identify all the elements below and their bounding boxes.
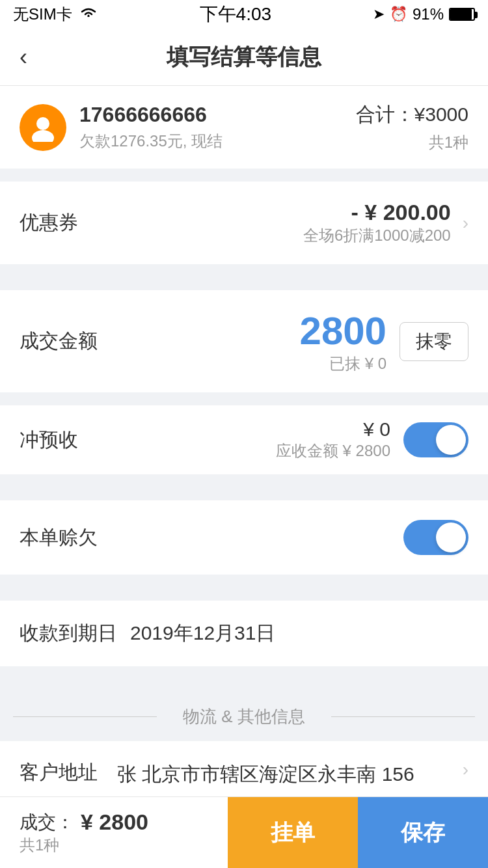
- customer-debt: 欠款1276.35元, 现结: [79, 131, 223, 152]
- debt-toggle[interactable]: [403, 520, 468, 555]
- coupon-label: 优惠券: [20, 210, 78, 236]
- divider-3: [0, 588, 488, 601]
- alarm-icon: ⏰: [390, 6, 407, 23]
- bottom-amount: ¥ 2800: [81, 809, 148, 835]
- status-bar: 无SIM卡 下午4:03 ➤ ⏰ 91%: [0, 0, 488, 29]
- coupon-row[interactable]: 优惠券 - ¥ 200.00 全场6折满1000减200 ›: [0, 182, 488, 264]
- prepay-row: 冲预收 ¥ 0 应收金额 ¥ 2800: [0, 405, 488, 474]
- bottom-prefix: 成交：: [20, 810, 74, 835]
- due-date-row: 收款到期日 2019年12月31日: [0, 601, 488, 666]
- svg-point-1: [32, 130, 54, 142]
- nav-bar: ‹ 填写结算等信息: [0, 29, 488, 86]
- address-label: 客户地址: [20, 759, 98, 786]
- status-left: 无SIM卡: [13, 4, 98, 25]
- logistics-line-left: [13, 716, 157, 717]
- toggle-knob: [436, 425, 466, 455]
- address-chevron-icon: ›: [463, 759, 468, 780]
- coupon-discount: - ¥ 200.00: [303, 200, 451, 225]
- status-right: ➤ ⏰ 91%: [373, 5, 475, 23]
- customer-phone: 17666666666: [79, 103, 223, 127]
- divider-1: [0, 277, 488, 290]
- bottom-summary: 成交： ¥ 2800 共1种: [0, 809, 228, 856]
- prepay-amount-wrap: ¥ 0 应收金额 ¥ 2800: [276, 418, 390, 461]
- total-count: 共1种: [356, 132, 468, 153]
- logistics-label: 物流 & 其他信息: [183, 705, 305, 728]
- battery-percent: 91%: [413, 5, 444, 23]
- avatar: [20, 104, 66, 151]
- round-button[interactable]: 抹零: [400, 322, 468, 361]
- page-title: 填写结算等信息: [167, 42, 321, 72]
- debt-toggle-knob: [436, 522, 466, 552]
- wifi-icon: [79, 5, 98, 23]
- bottom-amount-wrap: 成交： ¥ 2800: [20, 809, 208, 835]
- divider-2: [0, 487, 488, 500]
- prepay-section: 冲预收 ¥ 0 应收金额 ¥ 2800: [0, 405, 488, 474]
- deal-amount-wrap: 2800 已抹 ¥ 0: [300, 308, 386, 374]
- deal-section: 成交金额 2800 已抹 ¥ 0 抹零: [0, 290, 488, 392]
- coupon-desc: 全场6折满1000减200: [303, 225, 451, 246]
- logistics-line-right: [331, 716, 475, 717]
- due-label: 收款到期日: [20, 620, 117, 647]
- customer-row: 17666666666 欠款1276.35元, 现结 合计：¥3000 共1种: [0, 86, 488, 169]
- main-content: 17666666666 欠款1276.35元, 现结 合计：¥3000 共1种 …: [0, 86, 488, 868]
- amount-right: 2800 已抹 ¥ 0 抹零: [300, 308, 468, 374]
- bottom-count: 共1种: [20, 835, 208, 856]
- coupon-right: - ¥ 200.00 全场6折满1000减200 ›: [303, 200, 468, 246]
- prepay-toggle[interactable]: [403, 422, 468, 457]
- hang-button[interactable]: 挂单: [228, 797, 358, 869]
- debt-row: 本单赊欠: [0, 500, 488, 575]
- customer-left: 17666666666 欠款1276.35元, 现结: [20, 103, 223, 152]
- prepay-label: 冲预收: [20, 427, 78, 454]
- prepay-amount: ¥ 0: [276, 418, 390, 441]
- battery-icon: [449, 8, 475, 21]
- prepay-right: ¥ 0 应收金额 ¥ 2800: [276, 418, 468, 461]
- customer-right: 合计：¥3000 共1种: [356, 102, 468, 153]
- bottom-bar: 成交： ¥ 2800 共1种 挂单 保存: [0, 796, 488, 868]
- customer-info: 17666666666 欠款1276.35元, 现结: [79, 103, 223, 152]
- location-icon: ➤: [373, 6, 385, 23]
- back-button[interactable]: ‹: [20, 44, 27, 71]
- sim-label: 无SIM卡: [13, 4, 72, 25]
- due-date-section: 收款到期日 2019年12月31日: [0, 601, 488, 666]
- deal-amount-sub: 已抹 ¥ 0: [300, 353, 386, 374]
- debt-section: 本单赊欠: [0, 500, 488, 575]
- status-time: 下午4:03: [200, 2, 272, 27]
- divider-4: [0, 679, 488, 692]
- coupon-desc-wrap: - ¥ 200.00 全场6折满1000减200: [303, 200, 451, 246]
- prepay-sub: 应收金额 ¥ 2800: [276, 441, 390, 461]
- deal-label: 成交金额: [20, 328, 98, 355]
- deal-amount-row: 成交金额 2800 已抹 ¥ 0 抹零: [0, 290, 488, 392]
- total-amount: 合计：¥3000: [356, 102, 468, 128]
- due-value: 2019年12月31日: [130, 620, 275, 647]
- save-button[interactable]: 保存: [358, 797, 488, 869]
- svg-point-0: [36, 117, 49, 130]
- logistics-divider: 物流 & 其他信息: [0, 692, 488, 741]
- debt-label: 本单赊欠: [20, 524, 98, 551]
- deal-amount: 2800: [300, 308, 386, 353]
- chevron-right-icon: ›: [463, 213, 468, 234]
